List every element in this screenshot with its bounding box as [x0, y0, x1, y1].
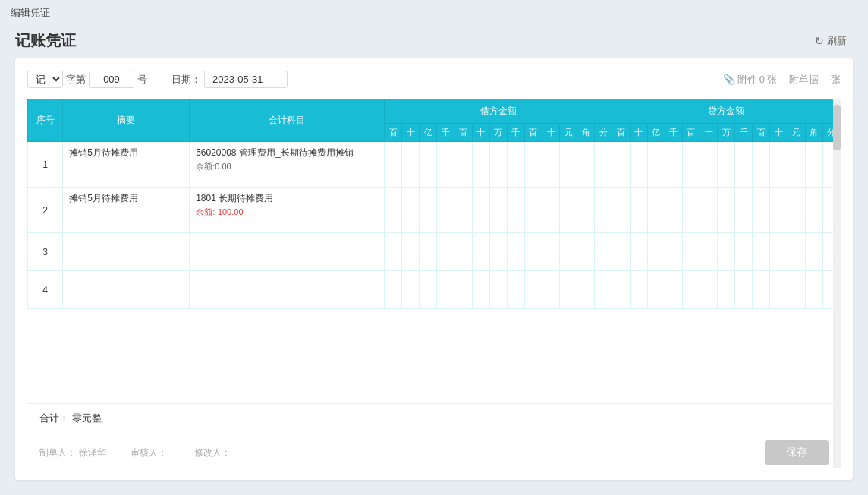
- credit-cell-2-0[interactable]: [612, 233, 630, 271]
- summary-cell-1[interactable]: 摊销5月待摊费用: [63, 188, 190, 233]
- credit-cell-2-6[interactable]: [718, 233, 735, 271]
- debit-cell-0-1[interactable]: [402, 142, 420, 188]
- scrollbar-track[interactable]: [833, 99, 841, 468]
- credit-cell-0-11[interactable]: [805, 142, 822, 188]
- debit-cell-1-5[interactable]: [472, 188, 489, 233]
- credit-cell-3-6[interactable]: [718, 271, 735, 309]
- debit-cell-0-10[interactable]: [560, 142, 577, 188]
- credit-cell-2-2[interactable]: [647, 233, 665, 271]
- debit-cell-0-7[interactable]: [507, 142, 524, 188]
- credit-cell-0-10[interactable]: [788, 142, 805, 188]
- credit-cell-3-10[interactable]: [788, 271, 805, 309]
- credit-cell-0-6[interactable]: [718, 142, 735, 188]
- credit-cell-3-8[interactable]: [753, 271, 770, 309]
- debit-cell-1-10[interactable]: [560, 188, 577, 233]
- table-row[interactable]: 3: [28, 233, 841, 271]
- debit-cell-0-4[interactable]: [454, 142, 472, 188]
- debit-cell-0-0[interactable]: [384, 142, 401, 188]
- debit-cell-2-8[interactable]: [524, 233, 542, 271]
- debit-cell-2-11[interactable]: [577, 233, 595, 271]
- credit-cell-2-5[interactable]: [700, 233, 717, 271]
- credit-cell-1-5[interactable]: [700, 188, 717, 233]
- credit-cell-3-11[interactable]: [805, 271, 822, 309]
- credit-cell-3-2[interactable]: [647, 271, 665, 309]
- credit-cell-1-8[interactable]: [753, 188, 770, 233]
- debit-cell-2-2[interactable]: [420, 233, 437, 271]
- credit-cell-1-7[interactable]: [735, 188, 753, 233]
- credit-cell-0-7[interactable]: [735, 142, 753, 188]
- debit-cell-2-5[interactable]: [472, 233, 489, 271]
- credit-cell-2-9[interactable]: [770, 233, 788, 271]
- table-row[interactable]: 4: [28, 271, 841, 309]
- credit-cell-0-5[interactable]: [700, 142, 717, 188]
- debit-cell-2-6[interactable]: [489, 233, 507, 271]
- debit-cell-2-12[interactable]: [595, 233, 612, 271]
- debit-cell-1-2[interactable]: [420, 188, 437, 233]
- credit-cell-1-11[interactable]: [805, 188, 822, 233]
- debit-cell-1-4[interactable]: [454, 188, 472, 233]
- debit-cell-1-7[interactable]: [507, 188, 524, 233]
- debit-cell-3-10[interactable]: [560, 271, 577, 309]
- account-cell-3[interactable]: [190, 271, 385, 309]
- debit-cell-0-12[interactable]: [595, 142, 612, 188]
- summary-cell-0[interactable]: 摊销5月待摊费用: [63, 142, 190, 188]
- credit-cell-1-3[interactable]: [665, 188, 682, 233]
- account-cell-1[interactable]: 1801 长期待摊费用余额:-100.00: [190, 188, 385, 233]
- credit-cell-1-10[interactable]: [788, 188, 805, 233]
- debit-cell-1-0[interactable]: [384, 188, 401, 233]
- credit-cell-1-0[interactable]: [612, 188, 630, 233]
- debit-cell-0-8[interactable]: [524, 142, 542, 188]
- debit-cell-1-8[interactable]: [524, 188, 542, 233]
- credit-cell-2-10[interactable]: [788, 233, 805, 271]
- debit-cell-2-9[interactable]: [542, 233, 559, 271]
- debit-cell-0-6[interactable]: [489, 142, 507, 188]
- debit-cell-1-3[interactable]: [437, 188, 454, 233]
- credit-cell-0-9[interactable]: [770, 142, 788, 188]
- debit-cell-3-7[interactable]: [507, 271, 524, 309]
- debit-cell-3-4[interactable]: [454, 271, 472, 309]
- refresh-button[interactable]: ↻ 刷新: [809, 31, 853, 51]
- debit-cell-3-2[interactable]: [420, 271, 437, 309]
- credit-cell-1-1[interactable]: [630, 188, 647, 233]
- account-cell-0[interactable]: 56020008 管理费用_长期待摊费用摊销余额:0.00: [190, 142, 385, 188]
- voucher-type-select[interactable]: 记: [27, 71, 63, 88]
- scrollbar-thumb[interactable]: [833, 105, 841, 150]
- debit-cell-3-3[interactable]: [437, 271, 454, 309]
- debit-cell-0-2[interactable]: [420, 142, 437, 188]
- debit-cell-0-9[interactable]: [542, 142, 559, 188]
- debit-cell-3-0[interactable]: [384, 271, 401, 309]
- debit-cell-2-7[interactable]: [507, 233, 524, 271]
- credit-cell-0-3[interactable]: [665, 142, 682, 188]
- debit-cell-2-0[interactable]: [384, 233, 401, 271]
- credit-cell-2-7[interactable]: [735, 233, 753, 271]
- debit-cell-0-11[interactable]: [577, 142, 595, 188]
- attachment-link[interactable]: 📎 附件 0 张: [723, 73, 777, 87]
- table-row[interactable]: 2摊销5月待摊费用1801 长期待摊费用余额:-100.00: [28, 188, 841, 233]
- debit-cell-1-12[interactable]: [595, 188, 612, 233]
- debit-cell-2-4[interactable]: [454, 233, 472, 271]
- credit-cell-3-5[interactable]: [700, 271, 717, 309]
- debit-cell-3-5[interactable]: [472, 271, 489, 309]
- table-row[interactable]: 1摊销5月待摊费用56020008 管理费用_长期待摊费用摊销余额:0.00: [28, 142, 841, 188]
- credit-cell-3-0[interactable]: [612, 271, 630, 309]
- debit-cell-0-5[interactable]: [472, 142, 489, 188]
- debit-cell-1-9[interactable]: [542, 188, 559, 233]
- debit-cell-3-11[interactable]: [577, 271, 595, 309]
- credit-cell-3-7[interactable]: [735, 271, 753, 309]
- credit-cell-2-8[interactable]: [753, 233, 770, 271]
- credit-cell-3-1[interactable]: [630, 271, 647, 309]
- credit-cell-0-0[interactable]: [612, 142, 630, 188]
- credit-cell-3-9[interactable]: [770, 271, 788, 309]
- credit-cell-1-2[interactable]: [647, 188, 665, 233]
- credit-cell-0-4[interactable]: [682, 142, 700, 188]
- credit-cell-0-1[interactable]: [630, 142, 647, 188]
- credit-cell-3-4[interactable]: [682, 271, 700, 309]
- debit-cell-3-9[interactable]: [542, 271, 559, 309]
- credit-cell-3-3[interactable]: [665, 271, 682, 309]
- debit-cell-1-11[interactable]: [577, 188, 595, 233]
- summary-cell-3[interactable]: [63, 271, 190, 309]
- debit-cell-0-3[interactable]: [437, 142, 454, 188]
- credit-cell-1-9[interactable]: [770, 188, 788, 233]
- credit-cell-0-8[interactable]: [753, 142, 770, 188]
- credit-cell-0-2[interactable]: [647, 142, 665, 188]
